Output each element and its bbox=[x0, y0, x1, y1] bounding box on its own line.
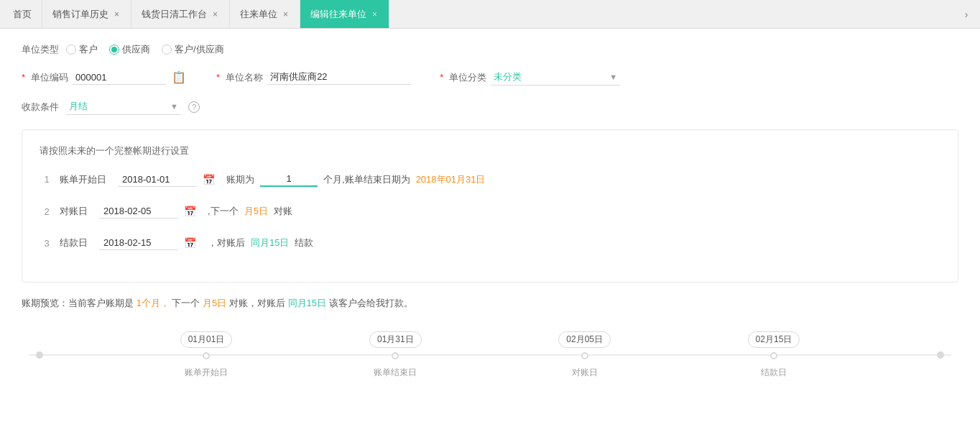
node-label-1: 账单开始日 bbox=[185, 367, 228, 379]
unit-name-input[interactable] bbox=[267, 70, 411, 85]
reconcile-month-highlight: 月5日 bbox=[244, 205, 268, 218]
reconcile-row: 2 对账日 📅 ,下一个 月5日 对账 bbox=[40, 204, 940, 218]
period-prefix: 账期为 bbox=[226, 173, 254, 186]
tab-cash-workbench[interactable]: 钱货日清工作台 × bbox=[131, 0, 230, 28]
node-dot-4 bbox=[770, 352, 777, 359]
radio-supplier-circle bbox=[109, 45, 119, 55]
tab-partner-units[interactable]: 往来单位 × bbox=[230, 0, 300, 28]
tab-home[interactable]: 首页 bbox=[3, 0, 42, 28]
account-start-row: 1 账单开始日 📅 账期为 个月,账单结束日期为 2018年01月31日 bbox=[40, 172, 940, 187]
period-unit-text: 个月,账单结束日期为 bbox=[323, 173, 410, 186]
payment-date-label: 结款日 bbox=[60, 236, 88, 249]
section-title: 请按照未来的一个完整帐期进行设置 bbox=[40, 144, 940, 157]
radio-customer-circle bbox=[66, 45, 76, 55]
unit-category-value: 未分类 bbox=[494, 70, 606, 83]
unit-name-label: 单位名称 bbox=[226, 71, 263, 84]
period-value-input[interactable] bbox=[260, 172, 318, 187]
preview-highlight1: 1个月， bbox=[137, 298, 170, 308]
node-badge-2: 01月31日 bbox=[369, 331, 422, 348]
tab-edit-partner[interactable]: 编辑往来单位 × bbox=[300, 0, 389, 28]
node-label-3: 对账日 bbox=[572, 367, 598, 379]
timeline-node-4: 02月15日 结款日 bbox=[748, 331, 800, 379]
node-label-2: 账单结束日 bbox=[374, 367, 417, 379]
preview-highlight2: 月5日 bbox=[203, 298, 226, 308]
account-start-date-input[interactable] bbox=[118, 172, 197, 187]
radio-customer[interactable]: 客户 bbox=[66, 43, 98, 56]
copy-icon[interactable]: 📋 bbox=[170, 70, 188, 84]
tab-sales-history[interactable]: 销售订单历史 × bbox=[42, 0, 131, 28]
payment-month-highlight: 同月15日 bbox=[251, 236, 289, 249]
close-edit-partner[interactable]: × bbox=[371, 9, 379, 19]
payment-prefix: ，对账后 bbox=[208, 236, 245, 249]
category-chevron-icon: ▼ bbox=[609, 73, 617, 81]
unit-type-label: 单位类型 bbox=[22, 43, 59, 56]
calendar-icon-2[interactable]: 📅 bbox=[184, 206, 196, 217]
payment-chevron-icon: ▼ bbox=[170, 102, 178, 111]
account-start-label: 账单开始日 bbox=[60, 173, 106, 186]
timeline-start-dot bbox=[36, 351, 43, 359]
help-icon[interactable]: ? bbox=[188, 101, 200, 113]
node-badge-1: 01月01日 bbox=[180, 331, 233, 348]
payment-date-input[interactable] bbox=[99, 236, 178, 250]
account-end-date-highlight: 2018年01月31日 bbox=[416, 173, 486, 186]
node-dot-3 bbox=[581, 352, 588, 359]
unit-code-input[interactable] bbox=[73, 70, 166, 85]
node-dot-2 bbox=[392, 352, 399, 359]
row-num-2: 2 bbox=[40, 206, 54, 217]
close-cash-workbench[interactable]: × bbox=[211, 9, 219, 19]
unit-details-row: * 单位编码 📋 * 单位名称 * 单位分类 未分类 ▼ bbox=[22, 69, 958, 86]
category-required: * bbox=[440, 72, 443, 83]
settings-section: 请按照未来的一个完整帐期进行设置 1 账单开始日 📅 账期为 个月,账单结束日期… bbox=[22, 129, 958, 282]
close-sales-history[interactable]: × bbox=[113, 9, 121, 19]
node-badge-3: 02月05日 bbox=[558, 331, 611, 348]
unit-category-label: 单位分类 bbox=[449, 71, 486, 84]
radio-both-circle bbox=[162, 45, 172, 55]
preview-highlight3: 同月15日 bbox=[288, 298, 326, 308]
reconcile-label: 对账日 bbox=[60, 205, 88, 218]
reconcile-suffix: 对账 bbox=[274, 205, 292, 218]
calendar-icon-1[interactable]: 📅 bbox=[203, 174, 215, 185]
preview-text: 账期预览：当前客户账期是 1个月， 下一个 月5日 对账，对账后 同月15日 该… bbox=[22, 297, 958, 310]
node-badge-4: 02月15日 bbox=[748, 331, 800, 348]
payment-terms-value: 月结 bbox=[69, 100, 167, 113]
payment-suffix: 结款 bbox=[295, 236, 313, 249]
node-label-4: 结款日 bbox=[761, 367, 787, 379]
calendar-icon-3[interactable]: 📅 bbox=[184, 237, 196, 249]
radio-both[interactable]: 客户/供应商 bbox=[162, 43, 224, 56]
row-num-1: 1 bbox=[40, 174, 54, 185]
payment-date-row: 3 结款日 📅 ，对账后 同月15日 结款 bbox=[40, 236, 940, 250]
timeline-end-dot bbox=[937, 351, 944, 359]
row-num-3: 3 bbox=[40, 238, 54, 249]
node-dot-1 bbox=[203, 352, 210, 359]
payment-terms-row: 收款条件 月结 ▼ ? bbox=[22, 98, 958, 115]
timeline-nodes: 01月01日 账单开始日 01月31日 账单结束日 02月05日 对账日 02月… bbox=[36, 331, 944, 379]
unit-code-label: 单位编码 bbox=[31, 71, 68, 84]
unit-type-row: 单位类型 客户 供应商 客户/供应商 bbox=[22, 43, 958, 56]
tab-bar: 首页 销售订单历史 × 钱货日清工作台 × 往来单位 × 编辑往来单位 × › bbox=[0, 0, 980, 29]
timeline-node-1: 01月01日 账单开始日 bbox=[180, 331, 233, 379]
reconcile-prefix: ,下一个 bbox=[208, 205, 239, 218]
radio-supplier[interactable]: 供应商 bbox=[109, 43, 150, 56]
unit-category-select[interactable]: 未分类 ▼ bbox=[491, 69, 620, 86]
reconcile-date-input[interactable] bbox=[99, 204, 178, 218]
payment-terms-label: 收款条件 bbox=[22, 101, 59, 114]
unit-type-radio-group: 客户 供应商 客户/供应商 bbox=[66, 43, 224, 56]
close-partner-units[interactable]: × bbox=[282, 9, 290, 19]
page-content: 单位类型 客户 供应商 客户/供应商 * 单位编码 📋 * 单位名称 bbox=[0, 29, 980, 437]
timeline-node-3: 02月05日 对账日 bbox=[558, 331, 611, 379]
name-required: * bbox=[216, 72, 220, 83]
tab-scroll-right[interactable]: › bbox=[956, 0, 977, 28]
timeline-node-2: 01月31日 账单结束日 bbox=[369, 331, 422, 379]
code-required: * bbox=[22, 72, 25, 83]
payment-terms-select[interactable]: 月结 ▼ bbox=[66, 98, 181, 115]
timeline: 01月01日 账单开始日 01月31日 账单结束日 02月05日 对账日 02月… bbox=[22, 331, 958, 379]
